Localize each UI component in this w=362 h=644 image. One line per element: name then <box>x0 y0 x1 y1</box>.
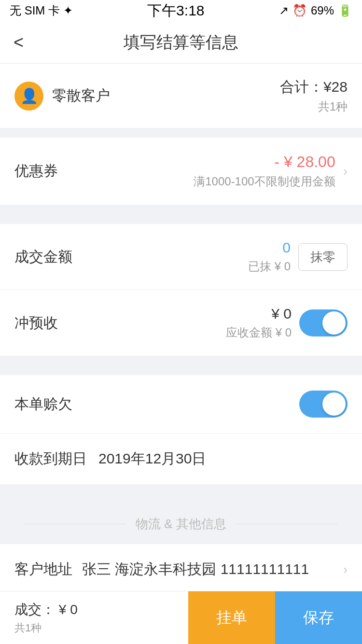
customer-name: 零散客户 <box>52 86 110 106</box>
address-label: 客户地址 <box>14 560 72 579</box>
status-right: ↗ ⏰ 69% 🔋 <box>279 4 352 17</box>
prepayment-right: ¥ 0 应收金额 ¥ 0 <box>226 306 348 340</box>
bottom-bar: 成交： ¥ 0 共1种 挂单 保存 <box>0 591 362 644</box>
deal-amount-right: 0 已抹 ¥ 0 抹零 <box>248 239 348 274</box>
credit-right <box>299 391 348 418</box>
status-bar: 无 SIM 卡 ✦ 下午3:18 ↗ ⏰ 69% 🔋 <box>0 0 362 21</box>
due-date-label: 收款到期日 <box>14 449 87 469</box>
content-area: 👤 零散客户 合计：¥28 共1种 优惠券 - ¥ 28.00 满1000-10… <box>0 64 362 644</box>
credit-label: 本单赊欠 <box>14 394 72 414</box>
round-zero-button[interactable]: 抹零 <box>298 243 348 271</box>
divider-3 <box>0 494 362 504</box>
battery-level: 69% <box>311 4 334 17</box>
logistics-label: 物流 & 其他信息 <box>136 516 226 532</box>
bottom-deal-label: 成交： <box>14 602 55 617</box>
coupon-value-col: - ¥ 28.00 满1000-100不限制使用金额 <box>194 153 335 189</box>
prepayment-toggle[interactable] <box>299 309 348 336</box>
bottom-count: 共1种 <box>14 621 174 635</box>
prepayment-row: 冲预收 ¥ 0 应收金额 ¥ 0 <box>0 290 362 356</box>
customer-right: 合计：¥28 共1种 <box>280 77 348 114</box>
credit-row: 本单赊欠 <box>0 375 362 434</box>
address-value: 张三 海淀永丰科技园 11111111111 <box>82 560 343 579</box>
page-title: 填写结算等信息 <box>124 31 238 54</box>
deal-amount-row: 成交金额 0 已抹 ¥ 0 抹零 <box>0 224 362 290</box>
coupon-right: - ¥ 28.00 满1000-100不限制使用金额 › <box>194 153 348 189</box>
due-date-row: 收款到期日 2019年12月30日 <box>0 434 362 485</box>
nav-bar: < 填写结算等信息 <box>0 21 362 64</box>
coupon-discount: - ¥ 28.00 <box>194 153 335 171</box>
coupon-label: 优惠券 <box>14 161 58 181</box>
toggle-knob <box>322 311 346 335</box>
divider-2 <box>0 365 362 375</box>
deal-amount-sub: 已抹 ¥ 0 <box>248 259 291 274</box>
coupon-row[interactable]: 优惠券 - ¥ 28.00 满1000-100不限制使用金额 › <box>0 138 362 205</box>
back-button[interactable]: < <box>14 32 24 53</box>
bottom-summary: 成交： ¥ 0 共1种 <box>0 601 188 635</box>
avatar-icon: 👤 <box>20 87 38 104</box>
prepayment-value: ¥ 0 <box>226 306 292 322</box>
customer-count: 共1种 <box>280 99 348 114</box>
due-date-value: 2019年12月30日 <box>98 449 206 469</box>
prepayment-sub: 应收金额 ¥ 0 <box>226 325 292 340</box>
prepayment-col: ¥ 0 应收金额 ¥ 0 <box>226 306 292 340</box>
save-button[interactable]: 保存 <box>275 591 362 644</box>
address-section: 客户地址 张三 海淀永丰科技园 11111111111 › <box>0 544 362 595</box>
prepayment-label: 冲预收 <box>14 313 58 333</box>
alarm-icon: ⏰ <box>292 4 307 17</box>
customer-left: 👤 零散客户 <box>14 82 110 111</box>
deal-amount-value: 0 <box>248 239 291 256</box>
deal-section: 成交金额 0 已抹 ¥ 0 抹零 冲预收 ¥ 0 应收金额 ¥ 0 <box>0 224 362 356</box>
customer-total: 合计：¥28 <box>280 77 348 97</box>
credit-toggle[interactable] <box>299 391 348 418</box>
status-left: 无 SIM 卡 ✦ <box>10 3 73 18</box>
coupon-section: 优惠券 - ¥ 28.00 满1000-100不限制使用金额 › <box>0 138 362 205</box>
pending-button[interactable]: 挂单 <box>188 591 275 644</box>
customer-section: 👤 零散客户 合计：¥28 共1种 <box>0 64 362 128</box>
coupon-sub: 满1000-100不限制使用金额 <box>194 174 335 189</box>
divider-1 <box>0 214 362 224</box>
battery-icon: 🔋 <box>338 4 352 17</box>
location-icon: ↗ <box>279 4 289 17</box>
logistics-separator: 物流 & 其他信息 <box>0 504 362 544</box>
credit-section: 本单赊欠 收款到期日 2019年12月30日 <box>0 375 362 485</box>
bottom-deal-row: 成交： ¥ 0 <box>14 601 174 619</box>
credit-toggle-knob <box>322 392 346 416</box>
deal-amount-col: 0 已抹 ¥ 0 <box>248 239 291 274</box>
sim-status: 无 SIM 卡 ✦ <box>10 3 73 18</box>
deal-amount-label: 成交金额 <box>14 247 72 267</box>
chevron-right-icon: › <box>343 164 348 179</box>
bottom-deal-value: ¥ 0 <box>59 602 78 617</box>
address-row[interactable]: 客户地址 张三 海淀永丰科技园 11111111111 › <box>0 544 362 595</box>
avatar: 👤 <box>14 82 43 111</box>
status-time: 下午3:18 <box>147 1 204 21</box>
address-chevron-icon: › <box>343 562 348 577</box>
